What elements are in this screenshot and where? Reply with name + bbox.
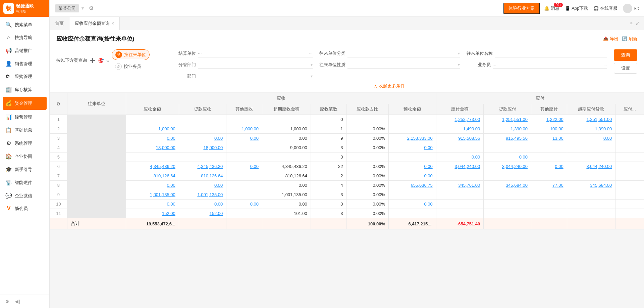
cell-link[interactable]: 915,495.56: [506, 136, 528, 141]
cell-link[interactable]: 1,000.00: [241, 126, 259, 131]
cell-link[interactable]: 810,126.64: [154, 173, 175, 178]
sidebar-item-quicknav[interactable]: ⌂ 快捷导航: [0, 31, 49, 44]
refresh-button[interactable]: 🔄 刷新: [622, 36, 637, 42]
jiesuan-input[interactable]: ···: [198, 49, 312, 57]
settings-filter-icon[interactable]: 🎯: [98, 58, 104, 63]
window-close-button[interactable]: ×: [630, 20, 633, 27]
cell-link[interactable]: 0.00: [424, 145, 432, 150]
cell-link[interactable]: 0.00: [214, 136, 223, 141]
cell-link[interactable]: 2,153,333.00: [407, 136, 433, 141]
sidebar-item-wechat[interactable]: 💬 企业微信: [0, 189, 49, 202]
sidebar-item-purchase[interactable]: 🛍 采购管理: [0, 70, 49, 83]
window-expand-button[interactable]: ⤢: [636, 20, 640, 27]
tab-home[interactable]: 首页: [50, 17, 69, 30]
cell-link[interactable]: 0.00: [250, 136, 259, 141]
cell-link[interactable]: 18,000.00: [156, 145, 175, 150]
cell-link[interactable]: 915,508.56: [458, 136, 480, 141]
sidebar-item-system[interactable]: ⚙ 系统管理: [0, 137, 49, 150]
tab-ar-ap[interactable]: 应收应付余额查询 ×: [69, 17, 120, 30]
unit-nature-field[interactable]: [347, 62, 458, 67]
sidebar-item-basicinfo[interactable]: 📋 基础信息: [0, 124, 49, 137]
cell-link[interactable]: 1,251,551.00: [586, 117, 612, 122]
customer-service-button[interactable]: 🎧 在线客服: [593, 5, 618, 11]
cell-link[interactable]: 3,044,240.00: [586, 164, 612, 169]
sidebar-item-operations[interactable]: 📊 经营管理: [0, 111, 49, 124]
cell-link[interactable]: 345,761.00: [458, 183, 480, 188]
filter-option-bystaff[interactable]: ⏱ 按业务员: [112, 61, 150, 72]
unit-nature-input[interactable]: ▾: [347, 61, 460, 69]
cell-link[interactable]: 1,490.00: [463, 126, 480, 131]
filter-option-byunit[interactable]: 畅 按往来单位: [112, 49, 150, 60]
sidebar-item-smarthw[interactable]: 📡 智能硬件: [0, 176, 49, 189]
sidebar-item-inventory[interactable]: 🏢 库存核算: [0, 83, 49, 96]
add-filter-icon[interactable]: ➕: [90, 58, 95, 63]
sidebar-item-member[interactable]: V 畅会员: [0, 202, 49, 215]
settings-button[interactable]: 设置: [614, 63, 637, 74]
cell-link[interactable]: 0.00: [250, 202, 259, 207]
cell-link[interactable]: 0.00: [424, 202, 432, 207]
cell-link[interactable]: 345,684.00: [590, 183, 612, 188]
unit-category-field[interactable]: [347, 51, 458, 56]
tab-close-icon[interactable]: ×: [112, 21, 114, 26]
sidebar-item-guide[interactable]: 🎓 新手引导: [0, 163, 49, 176]
cell-link[interactable]: 3,044,240.00: [454, 164, 480, 169]
sidebar-item-enterprise[interactable]: 🏠 企业协同: [0, 150, 49, 163]
cell-link[interactable]: 0.00: [167, 202, 175, 207]
app-download-button[interactable]: 📱 App下载: [565, 5, 588, 11]
cell-link[interactable]: 345,684.00: [506, 183, 528, 188]
user-avatar-button[interactable]: Rit: [623, 4, 639, 13]
cell-link[interactable]: 100.00: [550, 126, 564, 131]
cell-link[interactable]: 0.00: [424, 164, 432, 169]
cell-link[interactable]: 0.00: [472, 155, 480, 160]
export-button[interactable]: 📤 导出: [603, 36, 619, 42]
cell-link[interactable]: 1,390.00: [595, 126, 612, 131]
cell-link[interactable]: 1,001,135.00: [150, 192, 175, 197]
cell-link[interactable]: 1,390.00: [511, 126, 528, 131]
cell-link[interactable]: 0.00: [250, 164, 259, 169]
salesperson-field[interactable]: [493, 62, 604, 67]
unit-name-input[interactable]: [495, 49, 607, 57]
cell-link[interactable]: 0.00: [167, 136, 175, 141]
cell-link[interactable]: 1,222.00: [546, 117, 564, 122]
unit-category-input[interactable]: ▾: [347, 49, 460, 57]
col-setting[interactable]: ⚙: [50, 93, 67, 115]
unit-name-field[interactable]: [495, 51, 607, 56]
cell-link[interactable]: 0.00: [214, 202, 223, 207]
collapse-button[interactable]: ∧ 收起更多条件: [172, 83, 607, 89]
cell-link[interactable]: 4,345,436.20: [150, 164, 175, 169]
query-button[interactable]: 查询: [614, 49, 637, 61]
dept-manage-field[interactable]: [198, 62, 310, 67]
sidebar-item-search[interactable]: 🔍 搜索菜单: [0, 18, 49, 31]
cell-link[interactable]: 1,251,551.00: [502, 117, 528, 122]
notifications-button[interactable]: 🔔 消息 99+: [544, 5, 559, 11]
cell-link[interactable]: 3,044,240.00: [502, 164, 528, 169]
back-filter-icon[interactable]: «: [106, 58, 109, 63]
cell-link[interactable]: 0.00: [424, 173, 432, 178]
salesperson-input[interactable]: ···: [493, 61, 607, 69]
settings-icon[interactable]: ⚙: [5, 299, 9, 304]
sidebar-item-capital[interactable]: 💰 资金管理: [3, 97, 47, 110]
sidebar-item-marketing[interactable]: 📢 营销推广: [0, 44, 49, 57]
settings-gear-icon[interactable]: ⚙: [89, 5, 94, 11]
cell-link[interactable]: 0.00: [519, 155, 528, 160]
jiesuan-field[interactable]: [198, 51, 309, 56]
cell-link[interactable]: 1,252,773.00: [454, 117, 480, 122]
cell-link[interactable]: 1,001,135.00: [197, 192, 223, 197]
dept-field[interactable]: [198, 74, 310, 79]
dept-input[interactable]: ▾: [198, 72, 312, 80]
sidebar-item-sales[interactable]: 👤 销售管理: [0, 57, 49, 70]
cell-link[interactable]: 0.00: [603, 136, 612, 141]
cell-link[interactable]: 152.00: [162, 211, 175, 216]
collapse-icon[interactable]: ◀‖: [15, 299, 20, 304]
cell-link[interactable]: 13.00: [552, 136, 564, 141]
cell-link[interactable]: 152.00: [210, 211, 223, 216]
cell-link[interactable]: 1,000.00: [158, 126, 175, 131]
promo-button[interactable]: 体验行业方案: [503, 3, 540, 14]
dept-manage-input[interactable]: ▾: [198, 61, 312, 69]
cell-link[interactable]: 810,126.64: [201, 173, 223, 178]
cell-link[interactable]: 0.00: [214, 183, 223, 188]
cell-link[interactable]: 0.00: [555, 164, 563, 169]
cell-link[interactable]: 0.00: [167, 183, 175, 188]
cell-link[interactable]: 18,000.00: [203, 145, 223, 150]
cell-link[interactable]: 4,345,436.20: [197, 164, 223, 169]
